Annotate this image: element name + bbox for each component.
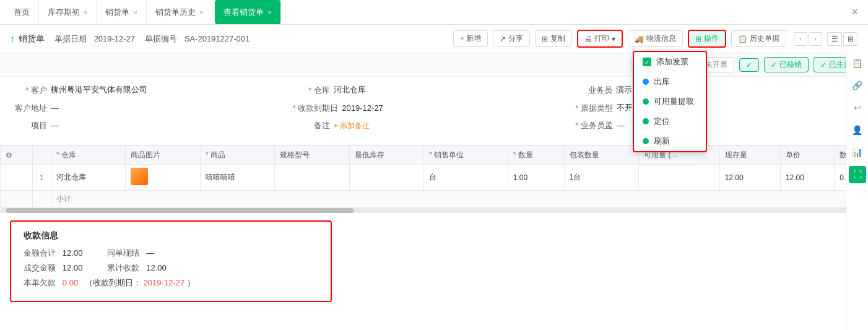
row-stock-cell: 12.00: [719, 165, 780, 191]
tab-sales-history-close[interactable]: ×: [199, 9, 203, 16]
subtotal-num-cell: [32, 191, 51, 208]
tab-home[interactable]: 首页: [5, 0, 39, 24]
sidebar-chart-icon[interactable]: 📊: [849, 144, 866, 161]
tab-view-sales-close[interactable]: ×: [267, 9, 271, 16]
transaction-value: 12.00: [63, 263, 83, 272]
share-button[interactable]: ↗ 分享: [493, 30, 530, 47]
ticket-type-field: 票据类型 不开票: [575, 102, 858, 114]
tab-inventory-close[interactable]: ×: [84, 9, 87, 16]
document-header: ↑ 销货单 单据日期 2019-12-27 单据编号 SA-20191227-0…: [0, 25, 868, 53]
form-row-3: 项目 — 备注 添加备注 业务员孟 —: [10, 120, 858, 131]
warehouse-label: 仓库: [293, 85, 330, 96]
dropdown-outbound[interactable]: 出库: [634, 72, 706, 92]
window-close-button[interactable]: ×: [846, 6, 863, 19]
print-dropdown-arrow: ▾: [612, 35, 615, 43]
tab-sales-history[interactable]: 销货单历史 ×: [147, 0, 212, 24]
checked-button[interactable]: ✓: [739, 58, 759, 72]
refresh-radio-icon: [643, 138, 649, 144]
print-button[interactable]: 🖨 打印 ▾: [577, 30, 623, 48]
dropdown-add-invoice[interactable]: ✓ 添加发票: [634, 52, 706, 72]
horizontal-scrollbar[interactable]: [0, 208, 868, 213]
col-min-stock: 最低库存: [349, 146, 424, 165]
warehouse-field: 仓库 河北仓库: [293, 84, 576, 96]
note-field: 备注 添加备注: [293, 120, 576, 131]
salesperson-field: 业务员孟 —: [575, 120, 858, 131]
sidebar-user-icon[interactable]: 👤: [849, 121, 866, 139]
row-spec-cell: [275, 165, 350, 191]
sidebar-link-icon[interactable]: 🔗: [849, 77, 866, 94]
sub-toolbar: 📱 来自手机 ● 未开票 ✓ ✓ 已核销 ✓ 已生效: [0, 53, 868, 77]
grid-view-btn[interactable]: ⊞: [843, 32, 858, 46]
col-num: [32, 146, 51, 165]
history-icon: 📋: [738, 35, 747, 43]
view-toggle: ☰ ⊞: [827, 32, 858, 46]
add-note-button[interactable]: 添加备注: [334, 121, 370, 131]
outbound-label: 出库: [654, 76, 670, 87]
product-table: ⚙ * 仓库 商品图片 * 商品 规格型号 最低库存 * 销售单位 * 数量 包…: [0, 145, 868, 208]
sales-order-icon: ↑: [10, 33, 15, 45]
total-label: 金额合计: [24, 248, 56, 258]
form-row-1: 客户 柳州粤港平安气体有限公司 仓库 河北仓库 业务员 演示账号: [10, 84, 858, 96]
customer-value: 柳州粤港平安气体有限公司: [51, 84, 147, 96]
col-product: * 商品: [200, 146, 275, 165]
sidebar-expand-icon[interactable]: ⛶: [849, 166, 866, 183]
arrears-value: 0.00: [63, 278, 78, 287]
due-date-value: 2019-12-27: [342, 103, 383, 113]
cumulative-field: 累计收款 12.00: [107, 263, 166, 274]
outbound-radio-icon: [643, 79, 649, 85]
row-package-qty-cell: 1台: [564, 165, 639, 191]
next-arrow[interactable]: ›: [809, 32, 822, 46]
locate-radio-icon: [643, 118, 649, 124]
arrears-field: 本单欠款 0.00 （收款到期日： 2019-12-27 ）: [24, 277, 195, 289]
transaction-label: 成交金额: [24, 263, 56, 272]
form-section: 客户 柳州粤港平安气体有限公司 仓库 河北仓库 业务员 演示账号 客户地址 —: [0, 77, 868, 145]
sold-out-button[interactable]: ✓ 已核销: [764, 57, 809, 72]
product-image: [131, 168, 148, 185]
scrollbar-thumb[interactable]: [6, 208, 354, 213]
transaction-field: 成交金额 12.00: [24, 263, 82, 274]
new-button[interactable]: + 新增: [453, 30, 488, 47]
subtotal-row: 小计: [1, 191, 868, 208]
history-button[interactable]: 📋 历史单据: [731, 30, 786, 47]
tab-inventory[interactable]: 库存期初 ×: [39, 0, 97, 24]
settings-icon[interactable]: ⚙: [6, 151, 12, 160]
locate-label: 定位: [654, 116, 670, 127]
row-quantity-cell: 1.00: [508, 165, 564, 191]
dropdown-refresh[interactable]: 刷新: [634, 131, 706, 151]
col-settings: ⚙: [1, 146, 33, 165]
doc-actions: + 新增 ↗ 分享 ⊞ 复制 🖨 打印 ▾ 🚚 物流信息: [453, 30, 858, 48]
tab-sales-close[interactable]: ×: [133, 9, 137, 16]
due-date-label: 收款到期日: [293, 103, 339, 114]
doc-meta: 单据日期 2019-12-27 单据编号 SA-20191227-001: [54, 33, 250, 45]
col-warehouse: * 仓库: [51, 146, 126, 165]
list-view-btn[interactable]: ☰: [827, 32, 842, 46]
payment-row-3: 本单欠款 0.00 （收款到期日： 2019-12-27 ）: [24, 277, 318, 289]
payment-info-box: 收款信息 金额合计 12.00 同单现结 — 成交金额 12.00: [10, 220, 332, 302]
sidebar-doc-icon[interactable]: 📋: [849, 54, 866, 72]
cumulative-value: 12.00: [146, 263, 167, 272]
total-field: 金额合计 12.00: [24, 248, 82, 259]
cumulative-label: 累计收款: [107, 263, 139, 272]
operation-button[interactable]: ⊞ 操作: [688, 30, 726, 48]
salesperson-label: 业务员孟: [575, 120, 613, 131]
dropdown-available-qty[interactable]: 可用量提取: [634, 92, 706, 111]
arrears-note-close: ）: [187, 278, 195, 287]
tab-sales[interactable]: 销货单 ×: [97, 0, 146, 24]
refresh-label: 刷新: [654, 136, 670, 147]
project-field: 项目 —: [10, 120, 293, 131]
ticket-type-label: 票据类型: [575, 103, 613, 114]
customer-label: 客户: [10, 85, 47, 96]
logistics-button[interactable]: 🚚 物流信息: [628, 30, 683, 47]
tab-view-sales[interactable]: 查看销货单 ×: [215, 0, 280, 24]
sidebar-return-icon[interactable]: ↩: [849, 99, 866, 116]
dropdown-locate[interactable]: 定位: [634, 111, 706, 131]
row-min-stock-cell: [349, 165, 424, 191]
product-table-container: ⚙ * 仓库 商品图片 * 商品 规格型号 最低库存 * 销售单位 * 数量 包…: [0, 145, 868, 213]
copy-button[interactable]: ⊞ 复制: [535, 30, 572, 47]
project-value: —: [51, 121, 59, 131]
payment-title: 收款信息: [24, 230, 318, 241]
prev-arrow[interactable]: ‹: [794, 32, 807, 46]
nav-arrows: ‹ ›: [794, 32, 822, 46]
subtotal-label-cell: 小计: [51, 191, 867, 208]
row-num-cell: 1: [32, 165, 51, 191]
